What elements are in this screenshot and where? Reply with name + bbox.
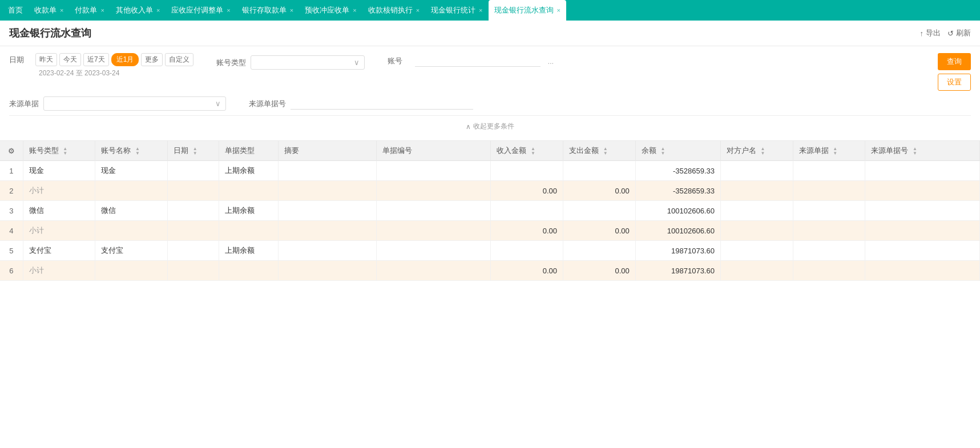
cell-summary xyxy=(279,261,377,281)
cell-source-doc xyxy=(793,161,865,181)
column-date[interactable]: 日期 ▲▼ xyxy=(168,141,219,161)
setting-button[interactable]: 设置 xyxy=(938,74,971,91)
account-type-select[interactable]: ∨ xyxy=(251,55,365,70)
column-account-type[interactable]: 账号类型 ▲▼ xyxy=(23,141,95,161)
source-doc-no-label: 来源单据号 xyxy=(249,99,286,109)
account-type-label: 账号类型 xyxy=(216,58,246,68)
sort-icon: ▲▼ xyxy=(603,147,608,156)
column-gear[interactable]: ⚙ xyxy=(0,141,23,161)
data-table: ⚙ 账号类型 ▲▼ 账号名称 ▲▼ 日期 ▲▼ 单据类型 xyxy=(0,141,980,281)
query-button[interactable]: 查询 xyxy=(938,53,971,70)
close-icon[interactable]: × xyxy=(416,7,420,14)
cell-source-doc-no xyxy=(865,201,980,221)
cell-balance: 100102606.60 xyxy=(635,201,720,221)
table-container: ⚙ 账号类型 ▲▼ 账号名称 ▲▼ 日期 ▲▼ 单据类型 xyxy=(0,141,980,281)
close-icon[interactable]: × xyxy=(290,7,293,14)
column-source-doc[interactable]: 来源单据 ▲▼ xyxy=(793,141,865,161)
close-icon[interactable]: × xyxy=(557,7,560,14)
date-btn-yesterday[interactable]: 昨天 xyxy=(35,53,57,66)
refresh-button[interactable]: ↺ 刷新 xyxy=(947,28,971,38)
export-button[interactable]: ↑ 导出 xyxy=(920,28,941,38)
nav-payment[interactable]: 付款单 × xyxy=(69,0,110,21)
account-filter-group: 账号 ... xyxy=(388,55,556,67)
page-title: 现金银行流水查询 xyxy=(9,26,91,40)
date-btn-more[interactable]: 更多 xyxy=(141,53,163,66)
cell-source-doc-no xyxy=(865,221,980,241)
nav-other-income[interactable]: 其他收入单 × xyxy=(110,0,166,21)
close-icon[interactable]: × xyxy=(100,7,104,14)
source-doc-select[interactable]: ∨ xyxy=(43,96,226,111)
cell-source-doc xyxy=(793,181,865,201)
cell-summary xyxy=(279,221,377,241)
close-icon[interactable]: × xyxy=(479,7,482,14)
nav-collection[interactable]: 收款核销执行 × xyxy=(362,0,425,21)
nav-cash-bank-flow[interactable]: 现金银行流水查询 × xyxy=(489,0,566,21)
close-icon[interactable]: × xyxy=(60,7,63,14)
sort-icon: ▲▼ xyxy=(761,147,765,156)
source-doc-no-filter-group: 来源单据号 xyxy=(249,98,473,110)
date-btn-7days[interactable]: 近7天 xyxy=(83,53,109,66)
right-action-buttons: 查询 设置 xyxy=(938,53,971,91)
nav-bank-deposit[interactable]: 银行存取款单 × xyxy=(236,0,299,21)
cell-summary xyxy=(279,181,377,201)
nav-home[interactable]: 首页 xyxy=(2,0,29,21)
nav-prepayment[interactable]: 预收冲应收单 × xyxy=(299,0,362,21)
cell-account-name xyxy=(95,221,168,241)
date-btn-custom[interactable]: 自定义 xyxy=(165,53,193,66)
cell-source-doc xyxy=(793,221,865,241)
close-icon[interactable]: × xyxy=(156,7,160,14)
more-options-icon[interactable]: ... xyxy=(545,57,556,66)
collapse-filter-button[interactable]: ∧ 收起更多条件 xyxy=(466,119,514,134)
table-row: 6小计0.000.0019871073.60 xyxy=(0,261,980,281)
cell-doc-no xyxy=(376,181,490,201)
cell-source-doc-no xyxy=(865,181,980,201)
account-label: 账号 xyxy=(388,56,410,66)
cell-balance: -3528659.33 xyxy=(635,161,720,181)
cell-account-type: 小计 xyxy=(23,221,95,241)
row-index: 4 xyxy=(0,221,23,241)
export-icon: ↑ xyxy=(920,29,924,38)
cell-date xyxy=(168,221,219,241)
cell-source-doc-no xyxy=(865,161,980,181)
nav-cash-bank-stats[interactable]: 现金银行统计 × xyxy=(425,0,488,21)
table-row: 1现金现金上期余额-3528659.33 xyxy=(0,161,980,181)
date-btn-1month[interactable]: 近1月 xyxy=(111,53,139,66)
cell-account-name: 微信 xyxy=(95,201,168,221)
nav-adjustment[interactable]: 应收应付调整单 × xyxy=(166,0,236,21)
column-summary[interactable]: 摘要 xyxy=(279,141,377,161)
sort-icon: ▲▼ xyxy=(660,147,665,156)
nav-receipt[interactable]: 收款单 × xyxy=(29,0,69,21)
column-doc-no[interactable]: 单据编号 xyxy=(376,141,490,161)
close-icon[interactable]: × xyxy=(353,7,356,14)
cell-source-doc-no xyxy=(865,261,980,281)
sort-icon: ▲▼ xyxy=(193,147,197,156)
close-icon[interactable]: × xyxy=(227,7,230,14)
cell-doc-no xyxy=(376,201,490,221)
chevron-down-icon: ∨ xyxy=(215,99,221,108)
date-range-display: 2023-02-24 至 2023-03-24 xyxy=(34,68,193,78)
date-btn-today[interactable]: 今天 xyxy=(59,53,81,66)
cell-source-doc xyxy=(793,261,865,281)
cell-summary xyxy=(279,161,377,181)
cell-account-name: 支付宝 xyxy=(95,241,168,261)
column-counterparty[interactable]: 对方户名 ▲▼ xyxy=(720,141,793,161)
cell-income xyxy=(491,161,563,181)
cell-doc-no xyxy=(376,161,490,181)
source-doc-no-input[interactable] xyxy=(291,98,473,110)
cell-account-type: 支付宝 xyxy=(23,241,95,261)
table-row: 2小计0.000.00-3528659.33 xyxy=(0,181,980,201)
column-income[interactable]: 收入金额 ▲▼ xyxy=(491,141,563,161)
cell-date xyxy=(168,241,219,261)
cell-income: 0.00 xyxy=(491,261,563,281)
column-balance[interactable]: 余额 ▲▼ xyxy=(635,141,720,161)
date-filter-group: 日期 昨天 今天 近7天 近1月 更多 自定义 2023-02-24 至 202… xyxy=(9,53,193,78)
column-source-doc-no[interactable]: 来源单据号 ▲▼ xyxy=(865,141,980,161)
column-doc-type[interactable]: 单据类型 xyxy=(219,141,279,161)
cell-account-type: 小计 xyxy=(23,181,95,201)
account-input[interactable] xyxy=(415,55,541,67)
cell-account-type: 小计 xyxy=(23,261,95,281)
column-account-name[interactable]: 账号名称 ▲▼ xyxy=(95,141,168,161)
cell-source-doc xyxy=(793,201,865,221)
gear-icon[interactable]: ⚙ xyxy=(8,147,15,155)
column-expense[interactable]: 支出金额 ▲▼ xyxy=(563,141,636,161)
